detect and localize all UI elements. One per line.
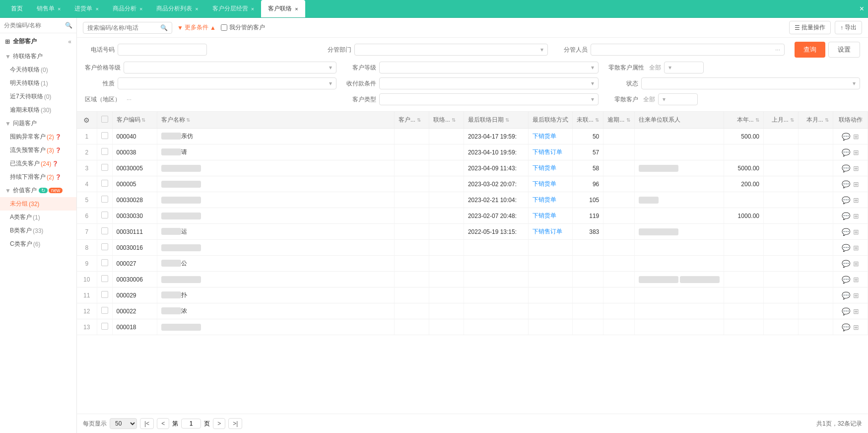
- grid-action-icon[interactable]: ⊞: [853, 180, 859, 188]
- cell-check[interactable]: [97, 303, 112, 319]
- cell-check[interactable]: [97, 272, 112, 288]
- sidebar-item-7day-pending[interactable]: 近7天待联络(0): [0, 90, 76, 103]
- method-link[interactable]: 下销售订单: [533, 228, 562, 235]
- sidebar-group-value[interactable]: ▼ 价值客户 ↻ new: [0, 184, 76, 197]
- tab-customer-contact[interactable]: 客户联络 ×: [261, 0, 305, 17]
- cell-check[interactable]: [97, 224, 112, 240]
- tab-purchase[interactable]: 进货单 ×: [67, 0, 105, 17]
- grid-action-icon[interactable]: ⊞: [853, 276, 859, 284]
- export-button[interactable]: ↑ 导出: [835, 21, 862, 34]
- more-conditions-btn[interactable]: ▼ 更多条件 ▲: [177, 23, 216, 32]
- chat-icon[interactable]: 💬: [842, 212, 850, 220]
- chat-icon[interactable]: 💬: [842, 260, 850, 268]
- filter-phone-input[interactable]: [118, 44, 207, 56]
- filter-retail-attr-select[interactable]: ▾: [664, 62, 704, 73]
- sidebar-item-class-c[interactable]: C类客户(6): [0, 237, 76, 251]
- row-checkbox[interactable]: [101, 307, 108, 314]
- tab-home[interactable]: 首页: [4, 0, 30, 17]
- method-link[interactable]: 下销货单: [533, 212, 556, 219]
- chat-icon[interactable]: 💬: [842, 307, 850, 315]
- cell-check[interactable]: [97, 144, 112, 160]
- prev-page-btn[interactable]: <: [157, 418, 169, 429]
- row-checkbox[interactable]: [101, 323, 108, 330]
- chat-icon[interactable]: 💬: [842, 180, 850, 188]
- next-page-btn[interactable]: >: [213, 418, 225, 429]
- cell-check[interactable]: [97, 208, 112, 224]
- filter-price-select[interactable]: ▾: [124, 62, 336, 73]
- sidebar-search-icon[interactable]: 🔍: [65, 22, 72, 29]
- cell-check[interactable]: [97, 288, 112, 303]
- tab-sales[interactable]: 销售单 ×: [30, 0, 67, 17]
- th-name-sort[interactable]: 客户名称 ⇅: [161, 116, 390, 124]
- grid-action-icon[interactable]: ⊞: [853, 228, 859, 236]
- filter-nature-select[interactable]: ▾: [118, 77, 336, 89]
- region-more-icon[interactable]: ···: [127, 96, 132, 103]
- grid-action-icon[interactable]: ⊞: [853, 148, 859, 156]
- row-checkbox[interactable]: [101, 275, 108, 282]
- settings-icon[interactable]: ⚙: [83, 116, 90, 124]
- tab-customer-segment[interactable]: 客户分层经营 ×: [205, 0, 261, 17]
- cell-check[interactable]: [97, 256, 112, 272]
- method-link[interactable]: 下销货单: [533, 164, 556, 171]
- chat-icon[interactable]: 💬: [842, 244, 850, 252]
- chat-icon[interactable]: 💬: [842, 291, 850, 299]
- main-search-input[interactable]: [87, 24, 160, 31]
- filter-level-select[interactable]: ▾: [379, 62, 598, 73]
- filter-dept-select[interactable]: ▾: [354, 44, 548, 56]
- grid-action-icon[interactable]: ⊞: [853, 260, 859, 268]
- tab-sales-close[interactable]: ×: [58, 6, 61, 12]
- cell-check[interactable]: [97, 240, 112, 256]
- row-checkbox[interactable]: [101, 180, 108, 187]
- row-checkbox[interactable]: [101, 291, 108, 298]
- row-checkbox[interactable]: [101, 196, 108, 203]
- grid-action-icon[interactable]: ⊞: [853, 164, 859, 172]
- sidebar-item-class-a[interactable]: A类客户(1): [0, 211, 76, 224]
- method-link[interactable]: 下销货单: [533, 133, 556, 140]
- chat-icon[interactable]: 💬: [842, 228, 850, 236]
- page-size-select[interactable]: 50 100: [110, 418, 137, 429]
- grid-action-icon[interactable]: ⊞: [853, 323, 859, 331]
- tab-customer-contact-close[interactable]: ×: [295, 6, 298, 12]
- tab-close-all[interactable]: ×: [860, 4, 864, 13]
- query-button[interactable]: 查询: [795, 42, 825, 58]
- cell-check[interactable]: [97, 176, 112, 192]
- method-link[interactable]: 下销货单: [533, 180, 556, 187]
- sidebar-item-declining[interactable]: 持续下滑客户(2) ❓: [0, 170, 76, 184]
- tab-analysis-list-close[interactable]: ×: [195, 6, 198, 12]
- chat-icon[interactable]: 💬: [842, 133, 850, 141]
- row-checkbox[interactable]: [101, 243, 108, 250]
- sidebar-item-churn-warning[interactable]: 流失预警客户(3) ❓: [0, 144, 76, 157]
- sidebar-group-problem[interactable]: ▼ 问题客户: [0, 117, 76, 130]
- method-link[interactable]: 下销货单: [533, 196, 556, 203]
- sidebar-collapse-icon[interactable]: «: [68, 38, 71, 45]
- sidebar-group-pending[interactable]: ▼ 待联络客户: [0, 50, 76, 63]
- filter-payment-select[interactable]: ▾: [379, 77, 598, 89]
- tab-analysis[interactable]: 商品分析 ×: [106, 0, 149, 17]
- method-link[interactable]: 下销售订单: [533, 148, 562, 155]
- batch-ops-button[interactable]: ☰ 批量操作: [789, 21, 831, 34]
- select-all-checkbox[interactable]: [101, 116, 108, 123]
- main-search-icon[interactable]: 🔍: [160, 24, 168, 31]
- cell-check[interactable]: [97, 129, 112, 144]
- grid-action-icon[interactable]: ⊞: [853, 307, 859, 315]
- row-checkbox[interactable]: [101, 212, 108, 218]
- more-icon[interactable]: ···: [775, 46, 780, 53]
- sidebar-item-unclassified[interactable]: 未分组(32): [0, 197, 76, 211]
- th-code-sort[interactable]: 客户编码 ⇅: [117, 116, 153, 124]
- chat-icon[interactable]: 💬: [842, 196, 850, 204]
- sidebar-item-overdue-pending[interactable]: 逾期未联络(30): [0, 103, 76, 117]
- sidebar-item-class-b[interactable]: B类客户(33): [0, 224, 76, 237]
- chat-icon[interactable]: 💬: [842, 276, 850, 284]
- chat-icon[interactable]: 💬: [842, 148, 850, 156]
- sidebar-item-tomorrow-pending[interactable]: 明天待联络(1): [0, 76, 76, 90]
- chat-icon[interactable]: 💬: [842, 164, 850, 172]
- sidebar-search-input[interactable]: [4, 22, 63, 29]
- th-settings[interactable]: ⚙: [77, 112, 97, 129]
- row-checkbox[interactable]: [101, 132, 108, 139]
- filter-status-select[interactable]: ▾: [641, 77, 860, 89]
- reset-button[interactable]: 设置: [828, 42, 860, 58]
- tab-customer-segment-close[interactable]: ×: [251, 6, 254, 12]
- tab-analysis-list[interactable]: 商品分析列表 ×: [149, 0, 205, 17]
- grid-action-icon[interactable]: ⊞: [853, 244, 859, 252]
- filter-retail-cust-select[interactable]: ▾: [658, 93, 698, 105]
